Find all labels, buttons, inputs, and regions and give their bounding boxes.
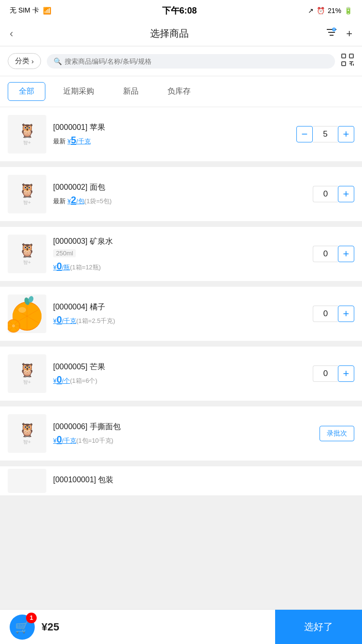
quantity-control: − + (296, 126, 354, 142)
nav-right-actions: + (326, 27, 352, 41)
list-item: 🦉 智+ [0000006] 手撕面包 ¥0/千克(1包=10千克) 录批次 (0, 406, 362, 461)
status-bar: 无 SIM 卡 📶 下午6:08 ↗ ⏰ 21% 🔋 (0, 0, 362, 21)
increase-button[interactable]: + (338, 246, 354, 262)
list-item: [000100001] 包装 (0, 466, 362, 495)
quantity-input[interactable] (313, 126, 338, 142)
product-name: [0000004] 橘子 (53, 302, 306, 312)
product-price: ¥0/瓶(1箱=12瓶) (53, 261, 306, 272)
svg-point-4 (334, 28, 335, 30)
tab-recent[interactable]: 近期采购 (52, 82, 105, 101)
quantity-input[interactable] (313, 186, 338, 202)
product-thumbnail: 🦉 智+ (8, 235, 46, 273)
placeholder-icon: 🦉 (19, 123, 36, 139)
svg-point-17 (18, 307, 26, 313)
placeholder-icon: 🦉 (19, 242, 36, 258)
list-item: [0000004] 橘子 ¥0/千克(1箱=2.5千克) + (0, 287, 362, 341)
add-icon[interactable]: + (346, 28, 352, 40)
batch-button[interactable]: 录批次 (320, 426, 354, 441)
product-name: [0000003] 矿泉水 (53, 237, 306, 247)
chevron-right-icon: › (31, 57, 34, 65)
increase-button[interactable]: + (338, 186, 354, 202)
cart-total: ¥25 (42, 621, 59, 633)
svg-rect-5 (342, 54, 346, 58)
placeholder-icon: 🦉 (19, 362, 36, 378)
increase-button[interactable]: + (338, 306, 354, 322)
status-right: ↗ ⏰ 21% 🔋 (308, 7, 352, 14)
search-icon: 🔍 (54, 57, 62, 65)
search-input[interactable] (65, 57, 328, 65)
category-button[interactable]: 分类 › (8, 53, 41, 69)
quantity-control: + (313, 246, 354, 262)
product-price: 最新 ¥5/千克 (53, 135, 290, 146)
category-label: 分类 (15, 56, 29, 66)
tab-negative-stock[interactable]: 负库存 (156, 82, 202, 101)
cart-icon-button[interactable]: 🛒 1 (10, 615, 35, 640)
list-item: 🦉 智+ [0000003] 矿泉水 250ml ¥0/瓶(1箱=12瓶) + (0, 227, 362, 281)
list-item: 🦉 智+ [0000001] 苹果 最新 ¥5/千克 − + (0, 107, 362, 161)
product-thumbnail: 🦉 智+ (8, 175, 46, 213)
wifi-icon: 📶 (43, 7, 51, 14)
quantity-control: 录批次 (320, 426, 354, 441)
product-name: [0000002] 面包 (53, 182, 306, 193)
quantity-control: + (313, 306, 354, 322)
product-price: 最新 ¥2/包(1袋=5包) (53, 195, 306, 206)
increase-button[interactable]: + (338, 126, 354, 142)
product-info: [0000001] 苹果 最新 ¥5/千克 (53, 123, 290, 146)
product-thumbnail: 🦉 智+ (8, 115, 46, 154)
product-info: [000100001] 包装 (53, 475, 354, 487)
svg-rect-6 (349, 54, 353, 58)
confirm-button[interactable]: 选好了 (275, 610, 362, 644)
carrier-label: 无 SIM 卡 (10, 6, 39, 15)
product-name: [0000005] 芒果 (53, 362, 306, 372)
quantity-input[interactable] (313, 246, 338, 262)
placeholder-icon: 🦉 (19, 422, 36, 438)
filter-tabs: 全部 近期采购 新品 负库存 (0, 76, 362, 107)
product-thumbnail (8, 294, 46, 333)
list-item: 🦉 智+ [0000002] 面包 最新 ¥2/包(1袋=5包) + (0, 167, 362, 221)
product-info: [0000003] 矿泉水 250ml ¥0/瓶(1箱=12瓶) (53, 237, 306, 272)
location-icon: ↗ (308, 7, 314, 14)
product-name: [0000001] 苹果 (53, 123, 290, 133)
list-item: 🦉 智+ [0000005] 芒果 ¥0/个(1箱=6个) + (0, 347, 362, 401)
status-left: 无 SIM 卡 📶 (10, 6, 51, 15)
filter-icon[interactable] (326, 27, 337, 41)
alarm-icon: ⏰ (317, 7, 325, 14)
product-thumbnail: 🦉 智+ (8, 414, 46, 453)
product-info: [0000002] 面包 最新 ¥2/包(1袋=5包) (53, 182, 306, 206)
svg-rect-7 (342, 62, 346, 66)
nav-bar: ‹ 选择商品 + (0, 21, 362, 46)
svg-point-25 (12, 324, 15, 327)
cart-badge: 1 (26, 613, 37, 623)
product-price: ¥0/个(1箱=6个) (53, 374, 306, 385)
placeholder-icon: 🦉 (19, 182, 36, 198)
product-spec: 250ml (53, 249, 76, 257)
product-price: ¥0/千克(1包=10千克) (53, 434, 313, 445)
product-info: [0000004] 橘子 ¥0/千克(1箱=2.5千克) (53, 302, 306, 325)
product-price: ¥0/千克(1箱=2.5千克) (53, 314, 306, 325)
status-time: 下午6:08 (162, 5, 197, 16)
battery-icon: 🔋 (344, 7, 352, 14)
tab-new[interactable]: 新品 (112, 82, 150, 101)
cart-section: 🛒 1 ¥25 (0, 615, 275, 640)
product-info: [0000005] 芒果 ¥0/个(1箱=6个) (53, 362, 306, 385)
toolbar: 分类 › 🔍 (0, 46, 362, 76)
quantity-input[interactable] (313, 306, 338, 322)
product-list: 🦉 智+ [0000001] 苹果 最新 ¥5/千克 − + 🦉 智+ [000… (0, 107, 362, 531)
tab-all[interactable]: 全部 (8, 82, 45, 101)
back-button[interactable]: ‹ (10, 28, 13, 40)
decrease-button[interactable]: − (296, 126, 313, 142)
scan-icon[interactable] (341, 53, 354, 69)
product-thumbnail (8, 469, 46, 493)
product-name: [0000006] 手撕面包 (53, 422, 313, 432)
bottom-bar: 🛒 1 ¥25 选好了 (0, 609, 362, 644)
quantity-control: + (313, 186, 354, 202)
battery-label: 21% (328, 7, 341, 14)
quantity-input[interactable] (313, 365, 338, 382)
cart-icon: 🛒 (15, 620, 29, 634)
page-title: 选择商品 (150, 27, 189, 40)
quantity-control: + (313, 365, 354, 382)
increase-button[interactable]: + (338, 365, 354, 382)
product-info: [0000006] 手撕面包 ¥0/千克(1包=10千克) (53, 422, 313, 445)
product-thumbnail: 🦉 智+ (8, 354, 46, 393)
search-bar: 🔍 (47, 54, 335, 69)
